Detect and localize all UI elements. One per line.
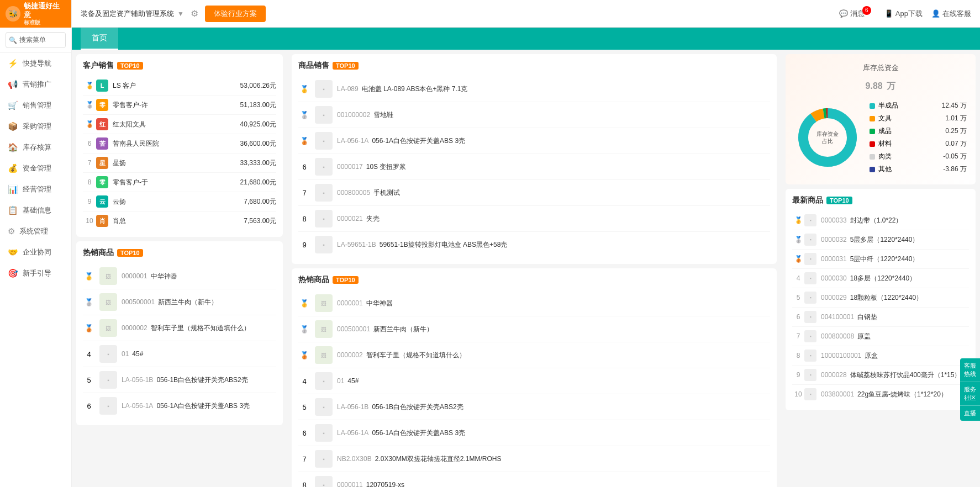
float-button-0[interactable]: 客服热线 [960, 358, 980, 382]
sidebar-item-8[interactable]: ⚙ 系统管理 [0, 221, 71, 242]
product-image: 🖼 [99, 267, 117, 285]
online-service-link[interactable]: 👤 在线客服 [931, 9, 971, 19]
product-image: ▪ [315, 398, 333, 416]
list-item: 10 ▪ 003800001 22g鱼豆腐-烧烤味（1*12*20） [792, 385, 969, 404]
product-name: 新西兰牛肉（新牛） [373, 325, 770, 334]
system-selector[interactable]: 装备及固定资产辅助管理系统 ▼ [81, 9, 184, 19]
chevron-down-icon: ▼ [177, 10, 184, 18]
sidebar-item-1[interactable]: 📢 营销推广 [0, 74, 71, 95]
inventory-legend: 半成品 12.45 万 文具 1.01 万 成品 0.25 万 材料 0.07 … [870, 99, 967, 176]
float-button-1[interactable]: 服务社区 [960, 382, 980, 406]
search-menu-button[interactable]: 🔍 搜索菜单 [6, 32, 66, 48]
list-item: 6 ▪ 004100001 白钢垫 [792, 308, 969, 327]
list-item: 9 ▪ LA-59651-1B 59651-1B旋转投影灯电池盒 ABS黑色+5… [298, 232, 770, 257]
tab-home[interactable]: 首页 [81, 28, 118, 50]
rank-icon: 🥈 [83, 298, 95, 306]
sidebar-item-0[interactable]: ⚡ 快捷导航 [0, 53, 71, 74]
product-image: ▪ [315, 106, 333, 124]
hot-products-title: 热销商品 TOP10 [83, 248, 276, 258]
list-item: 5 ▪ LA-056-1B 056-1B白色按键开关壳ABS2壳 [83, 367, 276, 393]
product-name: 056-1B白色按键开关壳ABS2壳 [372, 403, 770, 412]
legend-name: 文具 [878, 114, 892, 123]
sidebar-item-6[interactable]: 📊 经营管理 [0, 179, 71, 200]
list-item: 🥇 🖼 0000001 中华神器 [83, 263, 276, 289]
customer-sales-label: 客户销售 [83, 61, 114, 71]
left-panel: 客户销售 TOP10 🥇 L LS 客户 53,006.26元🥈 零 零售客户-… [72, 50, 287, 487]
list-item: 7 ▪ 000800008 原盖 [792, 327, 969, 346]
rank-icon: 🥇 [298, 85, 310, 93]
customer-sales-title: 客户销售 TOP10 [83, 61, 276, 71]
nav-icon-7: 📋 [8, 205, 18, 215]
rank-icon: 6 [83, 402, 95, 410]
product-sales-top-card: 商品销售 TOP10 🥇 ▪ LA-089 电池盖 LA-089 ABS本色+黑… [292, 54, 777, 264]
product-image: ▪ [315, 450, 333, 468]
hot-products-label: 热销商品 [83, 248, 114, 258]
product-image: ▪ [315, 476, 333, 487]
app-download-link[interactable]: 📱 App下载 [884, 9, 923, 19]
product-image: ▪ [804, 292, 816, 304]
sidebar-item-7[interactable]: 📋 基础信息 [0, 200, 71, 221]
product-image: ▪ [315, 372, 333, 390]
rank-number: 5 [792, 294, 804, 301]
sidebar-item-4[interactable]: 🏠 库存核算 [0, 137, 71, 158]
sidebar-item-5[interactable]: 💰 资金管理 [0, 158, 71, 179]
list-item: 8 ▪ 0000021 夹壳 [298, 206, 770, 232]
product-image: 🖼 [315, 320, 333, 338]
nav-label-1: 营销推广 [23, 80, 51, 89]
sidebar-item-3[interactable]: 📦 采购管理 [0, 116, 71, 137]
product-name: 电池盖 LA-089 ABS本色+黑种 7.1克 [362, 84, 770, 94]
avatar: 零 [96, 99, 108, 111]
product-sales-label: 商品销售 [298, 61, 329, 71]
float-button-2[interactable]: 直播 [960, 406, 980, 421]
product-image: ▪ [99, 397, 117, 415]
product-name: 中华神器 [366, 299, 770, 308]
product-name: 10S 变扭罗浆 [366, 162, 770, 172]
list-item: 🥉 🖼 0000002 智利车子里（规格不知道填什么） [298, 342, 770, 368]
table-row: 6 苦 苦南县人民医院 36,600.00元 [83, 134, 276, 153]
rank-number: 7 [83, 159, 96, 167]
product-image: ▪ [315, 210, 333, 227]
sidebar-item-10[interactable]: 🎯 新手引导 [0, 263, 71, 284]
list-item: 🥉 🖼 0000002 智利车子里（规格不知道填什么） [83, 315, 276, 341]
product-code: 0000002 [337, 351, 363, 359]
sidebar-search-btn[interactable]: 🔍 搜索菜单 [0, 28, 71, 53]
product-name: 18多层（1220*2440） [850, 274, 916, 283]
avatar: 零 [96, 176, 108, 188]
customer-amount: 51,183.00元 [240, 100, 276, 110]
sidebar-item-2[interactable]: 🛒 销售管理 [0, 95, 71, 116]
product-code: LA-089 [337, 85, 359, 93]
settings-icon[interactable]: ⚙ [191, 8, 198, 19]
list-item: 5 ▪ 0000029 18颗粒板（1220*2440） [792, 288, 969, 308]
list-item: 6 ▪ 0000017 10S 变扭罗浆 [298, 154, 770, 180]
customer-amount: 21,680.00元 [240, 178, 276, 187]
inventory-label: 库存总资金 [794, 63, 967, 73]
message-badge[interactable]: 💬 消息 6 [839, 9, 876, 19]
rank-icon: 8 [298, 481, 310, 488]
nav-icon-0: ⚡ [8, 59, 18, 68]
nav-icon-4: 🏠 [8, 142, 18, 152]
product-image: ▪ [804, 234, 816, 246]
product-name: 原盒 [865, 351, 878, 361]
new-products-card: 最新商品 TOP10 🥇 ▪ 0000033 封边带（1.0*22）🥈 ▪ 00… [786, 189, 976, 410]
legend-value: 0.07 万 [945, 139, 967, 149]
list-item: 4 ▪ 0000030 18多层（1220*2440） [792, 269, 969, 288]
rank-number: 6 [83, 140, 96, 147]
product-image: ▪ [315, 424, 333, 442]
product-code: 0000030 [821, 274, 847, 282]
rank-number: 🥉 [792, 255, 804, 263]
rank-number: 9 [83, 198, 96, 205]
rank-icon: 🥇 [83, 272, 95, 280]
customer-name: 零售客户-于 [113, 178, 240, 187]
customer-name: LS 客户 [113, 81, 240, 91]
customer-amount: 33,333.00元 [240, 158, 276, 168]
sidebar-item-9[interactable]: 🤝 企业协同 [0, 242, 71, 263]
hot-products-card: 热销商品 TOP10 🥇 🖼 0000001 中华神器🥈 🖼 000500001… [76, 241, 283, 425]
product-image: ▪ [99, 345, 117, 363]
rank-icon: 4 [83, 350, 95, 358]
topbar: 装备及固定资产辅助管理系统 ▼ ⚙ 体验行业方案 💬 消息 6 📱 App下载 … [72, 0, 980, 28]
legend-dot [870, 141, 875, 147]
trial-button[interactable]: 体验行业方案 [205, 6, 266, 22]
product-image: ▪ [315, 132, 333, 150]
product-image: ▪ [804, 272, 816, 284]
rank-icon: 🥉 [298, 351, 310, 359]
